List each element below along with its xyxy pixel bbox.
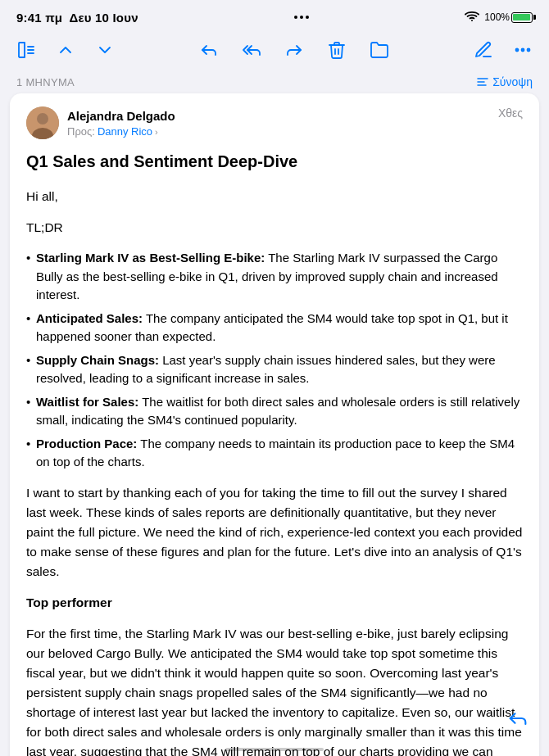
bottom-reply-area (503, 704, 533, 733)
sidebar-toggle-button[interactable] (13, 37, 39, 63)
svg-point-16 (37, 113, 48, 124)
message-count: 1 ΜΗΝΥΜΑ (16, 76, 75, 88)
email-time: Χθες (498, 106, 523, 120)
sender-avatar (26, 106, 59, 139)
battery-icon (511, 12, 533, 23)
summary-button[interactable]: Σύνοψη (476, 75, 533, 88)
reply-button[interactable] (196, 37, 222, 63)
status-right: 100% (465, 11, 533, 24)
sender-name: Alejandra Delgado (67, 108, 175, 124)
email-greeting: Hi all, (26, 187, 523, 206)
status-bar: 9:41 πμ Δευ 10 Ιουν 100% (0, 0, 549, 29)
toolbar-left (13, 37, 118, 63)
list-item: Starling Mark IV as Best-Selling E-bike:… (26, 249, 523, 305)
reply-bottom-button[interactable] (503, 704, 533, 733)
section-heading: Top performer (26, 593, 523, 613)
email-header: Alejandra Delgado Προς: Danny Rico › Χθε… (26, 106, 523, 139)
wifi-icon (465, 11, 479, 24)
toolbar-right (470, 37, 536, 63)
toolbar-center (196, 37, 392, 63)
more-button[interactable] (510, 37, 536, 63)
list-item: Production Pace: The company needs to ma… (26, 435, 523, 472)
chevron-right-icon: › (155, 127, 158, 137)
delete-button[interactable] (324, 37, 350, 63)
section-body: For the first time, the Starling Mark IV… (26, 624, 523, 756)
list-item: Waitlist for Sales: The waitlist for bot… (26, 393, 523, 430)
battery-indicator: 100% (484, 11, 533, 23)
compose-button[interactable] (470, 37, 497, 63)
status-time: 9:41 πμ Δευ 10 Ιουν (16, 11, 138, 25)
sender-details: Alejandra Delgado Προς: Danny Rico › (67, 108, 175, 138)
messages-bar: 1 ΜΗΝΥΜΑ Σύνοψη (0, 70, 549, 93)
email-tldr: TL;DR (26, 218, 523, 238)
bullet-list: Starling Mark IV as Best-Selling E-bike:… (26, 249, 523, 472)
svg-point-0 (471, 20, 473, 21)
reply-all-button[interactable] (238, 37, 265, 63)
up-button[interactable] (52, 37, 79, 63)
sender-info: Alejandra Delgado Προς: Danny Rico › (26, 106, 175, 139)
status-center-dots (294, 16, 309, 19)
email-subject: Q1 Sales and Sentiment Deep-Dive (26, 151, 523, 172)
email-card: Alejandra Delgado Προς: Danny Rico › Χθε… (10, 93, 539, 756)
list-item: Anticipated Sales: The company anticipat… (26, 310, 523, 346)
sender-to-line[interactable]: Προς: Danny Rico › (67, 125, 175, 138)
email-body: Q1 Sales and Sentiment Deep-Dive Hi all,… (26, 151, 523, 756)
svg-rect-1 (19, 43, 25, 57)
toolbar (0, 29, 549, 70)
recipient-name: Danny Rico (98, 125, 152, 138)
list-item: Supply Chain Snags: Last year's supply c… (26, 351, 523, 388)
home-indicator (225, 748, 324, 751)
move-button[interactable] (366, 37, 392, 63)
forward-button[interactable] (281, 37, 307, 63)
down-button[interactable] (92, 37, 118, 63)
email-intro: I want to start by thanking each of you … (26, 483, 523, 582)
